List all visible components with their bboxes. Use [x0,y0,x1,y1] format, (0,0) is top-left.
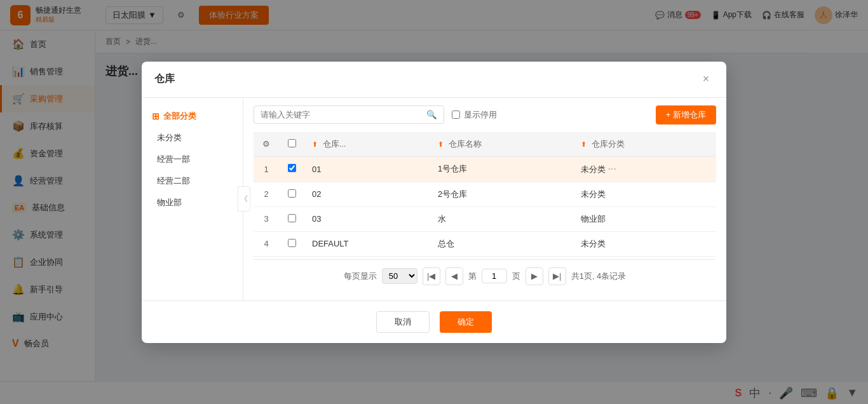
col-header-code[interactable]: ⬆ 仓库... [304,132,430,157]
sort-icon-category: ⬆ [581,140,587,148]
row-category: 物业部 [573,206,716,231]
category-all-label: 全部分类 [163,111,196,122]
row-num: 4 [254,231,279,256]
cancel-button[interactable]: 取消 [376,311,430,333]
first-page-button[interactable]: |◀ [423,267,440,285]
category-item-dept1[interactable]: 经营一部 [142,149,243,170]
row-category: 未分类 [573,231,716,256]
row-code: 02 [304,182,430,206]
row-code: 01 [304,156,430,182]
row-name: 2号仓库 [430,182,573,206]
modal-close-button[interactable]: × [698,72,714,87]
category-item-unclassified[interactable]: 未分类 [142,127,243,149]
row-name: 1号仓库 [430,156,573,182]
table-row[interactable]: 2 02 2号仓库 未分类 [254,182,716,206]
category-item-property[interactable]: 物业部 [142,192,243,213]
col-header-gear: ⚙ [254,132,279,157]
table-row[interactable]: 1 01 1号仓库 未分类 ··· [254,156,716,182]
row-check[interactable] [279,231,304,256]
sort-icon-name: ⬆ [438,140,444,148]
warehouse-table-container: ⚙ ⬆ 仓库... ⬆ 仓库名称 [254,132,716,257]
next-page-button[interactable]: ▶ [526,267,543,285]
row-num: 2 [254,182,279,206]
row-num: 1 [254,156,279,182]
col-header-check [279,132,304,157]
row-checkbox[interactable] [288,214,296,222]
modal-footer: 取消 确定 [142,300,726,343]
category-all-header[interactable]: ⊞ 全部分类 [142,105,243,127]
pagination: 每页显示 50 100 200 |◀ ◀ 第 页 ▶ ▶| 共1页, 4条记录 [254,259,716,293]
warehouse-table: ⚙ ⬆ 仓库... ⬆ 仓库名称 [254,132,716,257]
total-info: 共1页, 4条记录 [571,271,627,282]
row-check[interactable] [279,206,304,231]
modal-header: 仓库 × [142,62,726,98]
category-panel: ⊞ 全部分类 未分类 经营一部 经营二部 物业部 《 [142,98,243,300]
per-page-label: 每页显示 [344,271,377,282]
modal-toolbar: 🔍 显示停用 + 新增仓库 [254,105,716,125]
page-number-input[interactable] [482,269,507,283]
content-panel: 🔍 显示停用 + 新增仓库 ⚙ [243,98,726,300]
page-label: 页 [512,271,520,282]
modal-title: 仓库 [154,72,175,86]
table-row[interactable]: 4 DEFAULT 总仓 未分类 [254,231,716,256]
row-category: 未分类 [573,182,716,206]
row-num: 3 [254,206,279,231]
sort-icon-code: ⬆ [312,140,318,148]
search-input[interactable] [254,106,420,123]
row-actions-icon[interactable]: ··· [608,163,616,174]
table-row[interactable]: 3 03 水 物业部 [254,206,716,231]
search-box: 🔍 [254,105,444,124]
modal-body: ⊞ 全部分类 未分类 经营一部 经营二部 物业部 《 🔍 [142,98,726,300]
collapse-category-button[interactable]: 《 [238,186,250,212]
show-disabled-label[interactable]: 显示停用 [452,109,497,121]
row-check[interactable] [279,182,304,206]
per-page-select[interactable]: 50 100 200 [382,268,417,284]
warehouse-modal: 仓库 × ⊞ 全部分类 未分类 经营一部 经营二部 物业部 《 [142,62,726,343]
confirm-button[interactable]: 确定 [440,311,492,333]
row-name: 总仓 [430,231,573,256]
last-page-button[interactable]: ▶| [548,267,566,285]
col-header-name[interactable]: ⬆ 仓库名称 [430,132,573,157]
row-checkbox[interactable] [288,239,296,247]
show-disabled-checkbox[interactable] [452,111,460,119]
modal-overlay: 仓库 × ⊞ 全部分类 未分类 经营一部 经营二部 物业部 《 [0,0,868,404]
row-category: 未分类 ··· [573,156,716,182]
category-item-dept2[interactable]: 经营二部 [142,170,243,192]
row-check[interactable] [279,156,304,182]
add-warehouse-button[interactable]: + 新增仓库 [656,105,716,125]
select-all-checkbox[interactable] [288,139,296,147]
row-checkbox[interactable] [288,189,296,198]
row-code: DEFAULT [304,231,430,256]
row-code: 03 [304,206,430,231]
col-header-category[interactable]: ⬆ 仓库分类 [573,132,716,157]
prev-page-button[interactable]: ◀ [445,267,463,285]
grid-icon: ⊞ [152,111,159,121]
row-name: 水 [430,206,573,231]
row-checkbox[interactable] [288,164,296,172]
search-button[interactable]: 🔍 [420,106,444,123]
page-word: 第 [468,271,477,282]
